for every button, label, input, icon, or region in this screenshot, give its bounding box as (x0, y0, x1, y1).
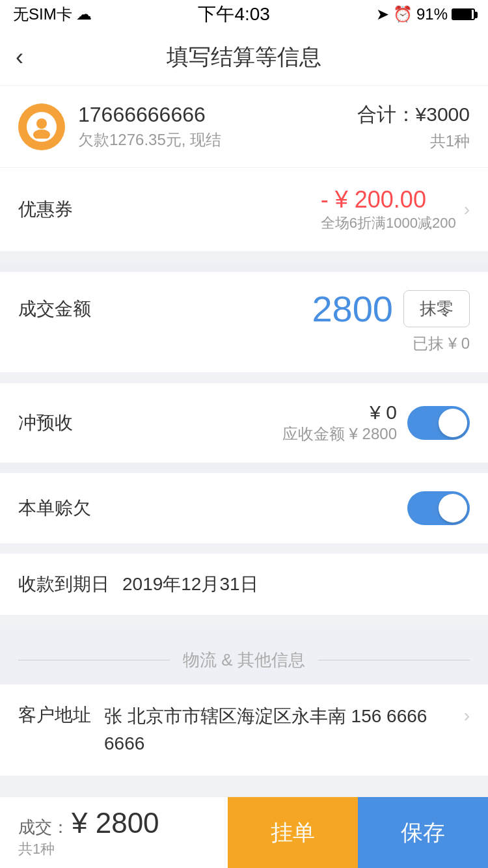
user-row: 17666666666 欠款1276.35元, 现结 合计：¥3000 共1种 (0, 86, 488, 167)
prepay-toggle[interactable] (407, 406, 470, 440)
sim-status: 无SIM卡 ☁ (13, 4, 92, 25)
avatar (18, 103, 65, 150)
user-sub-text: 欠款1276.35元, 现结 (78, 129, 357, 150)
date-row: 收款到期日 2019年12月31日 (18, 572, 470, 597)
address-value: 张 北京市市辖区海淀区永丰南 156 6666 6666 (104, 703, 464, 757)
bottom-bar: 成交： ¥ 2800 共1种 挂单 保存 (0, 796, 488, 868)
deal-sub-text: 已抹 ¥ 0 (413, 334, 470, 352)
total-sub: 共1种 (357, 131, 470, 152)
battery-icon (452, 8, 475, 20)
separator-1 (0, 262, 488, 272)
coupon-info: - ¥ 200.00 全场6折满1000减200 (321, 186, 456, 233)
prepay-label: 冲预收 (18, 411, 73, 435)
separator-3 (0, 625, 488, 636)
deal-label: 成交金额 (18, 297, 91, 321)
deal-amount-row: 2800 抹零 (312, 290, 470, 327)
svg-point-1 (33, 129, 50, 139)
deal-amount-section: 成交金额 2800 抹零 已抹 ¥ 0 (0, 272, 488, 372)
bottom-info: 成交： ¥ 2800 共1种 (0, 807, 228, 859)
debt-section: 本单赊欠 (0, 473, 488, 543)
address-label: 客户地址 (18, 703, 91, 727)
page-title: 填写结算等信息 (167, 42, 321, 72)
separator-2 (0, 463, 488, 473)
prepay-section: 冲预收 ¥ 0 应收金额 ¥ 2800 (0, 383, 488, 463)
content-area: 17666666666 欠款1276.35元, 现结 合计：¥3000 共1种 … (0, 86, 488, 864)
toggle-knob (439, 409, 467, 437)
battery-status: 91% (416, 5, 448, 23)
prepay-amount-block: ¥ 0 应收金额 ¥ 2800 (282, 401, 397, 444)
total-amount: 合计：¥3000 (357, 102, 470, 128)
address-chevron-icon: › (464, 705, 470, 726)
bottom-total-amount: ¥ 2800 (72, 807, 159, 839)
bottom-sub-text: 共1种 (18, 839, 210, 859)
status-time: 下午4:03 (198, 2, 270, 27)
prepay-sub: 应收金额 ¥ 2800 (282, 424, 397, 444)
user-total: 合计：¥3000 共1种 (357, 102, 470, 152)
location-icon: ➤ (376, 5, 389, 23)
user-info-card: 17666666666 欠款1276.35元, 现结 合计：¥3000 共1种 … (0, 86, 488, 251)
user-phone: 17666666666 (78, 103, 357, 127)
due-date-section: 收款到期日 2019年12月31日 (0, 554, 488, 615)
coupon-row[interactable]: 优惠券 - ¥ 200.00 全场6折满1000减200 › (0, 167, 488, 251)
logistics-label: 物流 & 其他信息 (183, 649, 305, 671)
deal-amount-value[interactable]: 2800 (312, 291, 393, 327)
user-details: 17666666666 欠款1276.35元, 现结 (78, 103, 357, 150)
divider-line-left (18, 660, 170, 660)
status-left: 无SIM卡 ☁ (13, 4, 92, 25)
round-button[interactable]: 抹零 (403, 290, 470, 327)
coupon-label: 优惠券 (18, 197, 73, 222)
prepay-right: ¥ 0 应收金额 ¥ 2800 (282, 401, 470, 444)
svg-point-0 (36, 118, 47, 129)
debt-toggle[interactable] (407, 491, 470, 525)
debt-label: 本单赊欠 (18, 496, 91, 521)
status-right: ➤ ⏰ 91% (376, 5, 475, 23)
coupon-desc: 全场6折满1000减200 (321, 213, 456, 233)
address-section[interactable]: 客户地址 张 北京市市辖区海淀区永丰南 156 6666 6666 › (0, 685, 488, 776)
alarm-icon: ⏰ (393, 5, 413, 23)
avatar-icon (27, 112, 57, 142)
coupon-chevron-icon: › (464, 199, 470, 220)
deal-row: 成交金额 2800 抹零 (18, 290, 470, 327)
date-value: 2019年12月31日 (122, 572, 258, 597)
user-avatar-svg (30, 115, 53, 139)
prepay-row: 冲预收 ¥ 0 应收金额 ¥ 2800 (18, 401, 470, 444)
bottom-deal-label: 成交： (18, 816, 69, 839)
date-label: 收款到期日 (18, 572, 109, 597)
logistics-divider: 物流 & 其他信息 (0, 636, 488, 685)
save-button[interactable]: 保存 (358, 797, 488, 869)
coupon-amount: - ¥ 200.00 (321, 186, 456, 213)
hang-order-button[interactable]: 挂单 (228, 797, 358, 869)
status-bar: 无SIM卡 ☁ 下午4:03 ➤ ⏰ 91% (0, 0, 488, 29)
debt-toggle-knob (439, 494, 467, 522)
divider-line-right (318, 660, 470, 660)
nav-bar: ‹ 填写结算等信息 (0, 29, 488, 86)
prepay-amount: ¥ 0 (282, 401, 397, 424)
coupon-right: - ¥ 200.00 全场6折满1000减200 › (321, 186, 470, 233)
back-button[interactable]: ‹ (16, 44, 23, 71)
